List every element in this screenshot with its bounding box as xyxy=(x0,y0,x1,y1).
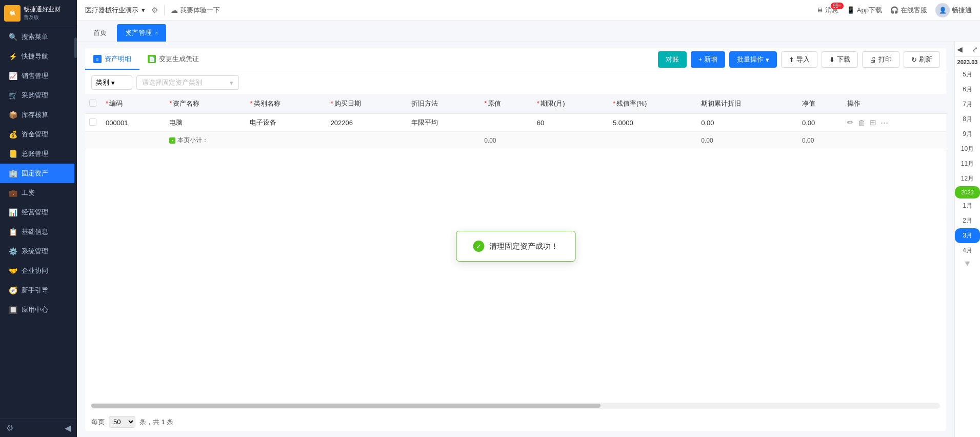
sidebar-item-6[interactable]: 📒 总账管理 xyxy=(0,144,77,164)
sidebar-item-label-9: 经营管理 xyxy=(22,208,48,217)
refresh-button[interactable]: ↻ 刷新 xyxy=(904,51,940,68)
month-item[interactable]: 4月 xyxy=(955,243,980,258)
th-initial-depreciation: 期初累计折旧 xyxy=(697,94,798,114)
download-button[interactable]: ⬇ 下载 xyxy=(822,51,858,68)
tab-asset-management[interactable]: 资产管理 × xyxy=(117,24,166,42)
toast-check-icon: ✓ xyxy=(473,241,484,252)
month-item[interactable]: 11月 xyxy=(955,156,980,171)
category-value-filter[interactable]: 请选择固定资产类别 ▾ xyxy=(136,75,239,90)
category-dropdown-icon: ▾ xyxy=(111,79,115,87)
month-item[interactable]: 6月 xyxy=(955,82,980,97)
notifications[interactable]: 🖥 消息 99+ xyxy=(816,6,838,15)
month-item[interactable]: 10月 xyxy=(955,142,980,156)
month-item[interactable]: 2月 xyxy=(955,213,980,228)
subtotal-net: 0.00 xyxy=(798,132,843,149)
settings-icon[interactable]: ⚙ xyxy=(151,6,158,15)
download-label: 下载 xyxy=(837,55,850,64)
th-net-value: 净值 xyxy=(798,94,843,114)
sub-tab-asset-detail[interactable]: ≡ 资产明细 xyxy=(85,49,139,70)
duizhang-button[interactable]: 对账 xyxy=(658,51,687,68)
batch-ops-label: 批量操作 xyxy=(737,55,764,64)
per-page-select[interactable]: 50 10 20 100 xyxy=(109,416,135,428)
refresh-label: 刷新 xyxy=(919,55,932,64)
row-initial-0: 0.00 xyxy=(697,114,798,132)
delete-icon-0[interactable]: 🗑 xyxy=(858,118,866,127)
sidebar-item-2[interactable]: 📈 销售管理 xyxy=(0,66,77,86)
sidebar-bottom: ⚙ ◀ xyxy=(0,419,77,437)
asset-table-wrap: *编码 *资产名称 *类别名称 *购买日期 折旧方法 *原值 *期限(月) *残… xyxy=(85,94,946,399)
sidebar-item-label-5: 资金管理 xyxy=(22,130,48,139)
horizontal-scrollbar[interactable] xyxy=(91,403,940,409)
sidebar-item-12[interactable]: 🤝 企业协同 xyxy=(0,261,77,281)
category-filter[interactable]: 类别 ▾ xyxy=(91,75,132,90)
settings-icon[interactable]: ⚙ xyxy=(6,423,13,433)
copy-icon-0[interactable]: ⊞ xyxy=(870,118,876,127)
tab-home[interactable]: 首页 xyxy=(85,24,115,42)
row-net-0: 0.00 xyxy=(798,114,843,132)
row-dep-method-0: 年限平均 xyxy=(407,114,480,132)
refresh-icon: ↻ xyxy=(911,56,917,64)
sidebar-item-icon-5: 💰 xyxy=(8,130,17,139)
th-purchase-date: *购买日期 xyxy=(327,94,407,114)
select-all-checkbox[interactable] xyxy=(89,100,96,107)
th-period: *期限(月) xyxy=(533,94,609,114)
sidebar-item-label-10: 基础信息 xyxy=(22,227,48,236)
scrollbar-container xyxy=(85,399,946,413)
sidebar-item-14[interactable]: 🔲 应用中心 xyxy=(0,300,77,320)
print-button[interactable]: 🖨 打印 xyxy=(862,51,899,68)
sidebar-item-1[interactable]: ⚡ 快捷导航 xyxy=(0,47,77,66)
app-download[interactable]: 📱 App下载 xyxy=(847,6,882,15)
subtotal-original: 0.00 xyxy=(480,132,533,149)
sidebar-item-11[interactable]: ⚙️ 系统管理 xyxy=(0,242,77,261)
edit-icon-0[interactable]: ✏ xyxy=(847,118,854,127)
row-category-0: 电子设备 xyxy=(246,114,326,132)
sub-tab-asset-icon: ≡ xyxy=(93,55,102,63)
sub-tab-asset-label: 资产明细 xyxy=(105,54,131,64)
month-item[interactable]: 5月 xyxy=(955,67,980,82)
month-item[interactable]: 3月 xyxy=(955,228,980,243)
sidebar-item-0[interactable]: 🔍 搜索菜单 xyxy=(0,27,77,47)
rp-scroll-down-icon[interactable]: ▼ xyxy=(955,258,980,269)
sub-tab-voucher[interactable]: 📄 变更生成凭证 xyxy=(139,49,207,70)
sidebar-item-8[interactable]: 💼 工资 xyxy=(0,183,77,203)
row-original-0 xyxy=(480,114,533,132)
sidebar-item-9[interactable]: 📊 经营管理 xyxy=(0,203,77,222)
sidebar-item-icon-2: 📈 xyxy=(8,71,17,81)
experience-label: 我要体验一下 xyxy=(180,6,220,15)
user-profile[interactable]: 👤 畅捷通 xyxy=(935,3,972,17)
month-item[interactable]: 1月 xyxy=(955,198,980,213)
month-item[interactable]: 9月 xyxy=(955,127,980,142)
year-tag[interactable]: 2023 xyxy=(955,186,980,198)
tabbar: 首页 资产管理 × xyxy=(77,21,980,42)
month-item[interactable]: 7月 xyxy=(955,97,980,112)
sub-tab-voucher-label: 变更生成凭证 xyxy=(159,54,199,64)
experience-link[interactable]: ☁ 我要体验一下 xyxy=(171,6,220,15)
sidebar-item-4[interactable]: 📦 库存核算 xyxy=(0,105,77,125)
sidebar-item-13[interactable]: 🧭 新手引导 xyxy=(0,281,77,300)
category-value-arrow: ▾ xyxy=(230,79,233,87)
more-icon-0[interactable]: ⋯ xyxy=(881,118,888,127)
sub-section-header: ≡ 资产明细 📄 变更生成凭证 对账 xyxy=(85,48,946,71)
sidebar: 畅 畅捷通好业财 普及版 🔍 搜索菜单 ⚡ 快捷导航 📈 销售管理 🛒 采购管理… xyxy=(0,0,77,437)
rp-expand-icon[interactable]: ⤢ xyxy=(972,45,978,53)
new-button[interactable]: + 新增 xyxy=(691,51,725,68)
row-checkbox-0[interactable] xyxy=(89,118,96,126)
sidebar-item-10[interactable]: 📋 基础信息 xyxy=(0,222,77,242)
category-placeholder: 请选择固定资产类别 xyxy=(142,78,202,87)
sidebar-item-5[interactable]: 💰 资金管理 xyxy=(0,125,77,144)
month-item[interactable]: 8月 xyxy=(955,112,980,127)
month-item[interactable]: 12月 xyxy=(955,171,980,186)
tab-close-icon[interactable]: × xyxy=(155,30,158,36)
collapse-icon[interactable]: ◀ xyxy=(65,423,71,433)
company-selector[interactable]: 医疗器械行业演示 ▾ xyxy=(85,6,145,15)
rp-collapse-icon[interactable]: ◀ xyxy=(957,45,963,53)
th-actions: 操作 xyxy=(843,94,946,114)
sidebar-item-7[interactable]: 🏢 固定资产 xyxy=(0,164,77,183)
online-service[interactable]: 🎧 在线客服 xyxy=(890,6,927,15)
sidebar-item-3[interactable]: 🛒 采购管理 xyxy=(0,86,77,105)
sidebar-item-icon-10: 📋 xyxy=(8,227,17,236)
batch-ops-button[interactable]: 批量操作 ▾ xyxy=(729,51,777,68)
sidebar-item-label-8: 工资 xyxy=(22,188,35,197)
import-button[interactable]: ⬆ 导入 xyxy=(781,51,817,68)
duizhang-label: 对账 xyxy=(666,55,679,64)
